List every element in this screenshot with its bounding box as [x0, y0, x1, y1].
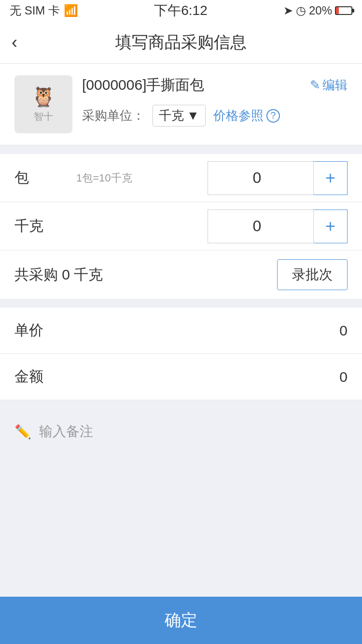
unit-chevron-icon: ▼	[187, 108, 199, 123]
edit-icon: ✎	[310, 78, 320, 93]
product-image: 🦉 智十	[14, 75, 72, 133]
total-label: 共采购	[14, 266, 58, 282]
edit-button[interactable]: ✎ 编辑	[310, 77, 348, 94]
confirm-button[interactable]: 确定	[0, 597, 362, 644]
battery-percent: 20%	[309, 4, 332, 17]
unit-price-label: 单价	[14, 321, 43, 340]
unit-value: 千克	[159, 107, 184, 124]
bao-label: 包	[14, 168, 72, 188]
total-text: 共采购 0 千克	[14, 265, 103, 285]
bao-sublabel: 1包=10千克	[76, 171, 132, 185]
page-title: 填写商品采购信息	[115, 31, 247, 54]
total-unit: 千克	[74, 266, 103, 282]
price-ref-question-icon: ?	[266, 109, 280, 123]
product-image-owl-icon: 🦉	[31, 85, 56, 108]
price-section: 单价 0 金额 0	[0, 308, 362, 400]
wifi-icon: 📶	[64, 4, 78, 17]
batch-button[interactable]: 录批次	[277, 259, 348, 290]
kg-label: 千克	[14, 216, 72, 236]
total-amount: 0	[62, 266, 70, 282]
battery-icon	[335, 6, 352, 15]
note-placeholder: 输入备注	[39, 422, 93, 441]
no-sim-text: 无 SIM 卡	[10, 3, 60, 18]
amount-value: 0	[339, 369, 348, 385]
bao-input-row: 包 1包=10千克 +	[0, 154, 362, 202]
back-button[interactable]: ‹	[12, 32, 17, 53]
pencil-icon: ✏️	[14, 424, 31, 440]
amount-label: 金额	[14, 367, 43, 387]
total-row: 共采购 0 千克 录批次	[0, 251, 362, 299]
status-time: 下午6:12	[154, 1, 208, 20]
product-card: 🦉 智十 [0000006]手撕面包 ✎ 编辑 采购单位： 千克 ▼ 价格参照 …	[0, 64, 362, 145]
status-left: 无 SIM 卡 📶	[10, 3, 78, 18]
kg-plus-button[interactable]: +	[314, 210, 348, 243]
unit-price-value: 0	[339, 322, 348, 339]
amount-row: 金额 0	[0, 354, 362, 400]
unit-select[interactable]: 千克 ▼	[153, 105, 206, 126]
product-info: [0000006]手撕面包 ✎ 编辑 采购单位： 千克 ▼ 价格参照 ?	[82, 75, 348, 126]
unit-label: 采购单位：	[82, 107, 145, 124]
product-name: [0000006]手撕面包	[82, 75, 204, 95]
product-image-logo: 智十	[34, 110, 53, 123]
product-name-row: [0000006]手撕面包 ✎ 编辑	[82, 75, 348, 95]
bao-input-right: +	[208, 161, 348, 195]
section-divider-1	[0, 145, 362, 154]
battery-fill	[336, 7, 339, 14]
status-right: ➤ ◷ 20%	[283, 4, 352, 17]
header: ‹ 填写商品采购信息	[0, 21, 362, 64]
purchase-unit-row: 采购单位： 千克 ▼ 价格参照 ?	[82, 105, 348, 126]
bao-plus-button[interactable]: +	[314, 161, 348, 195]
input-section: 包 1包=10千克 + 千克 + 共采购 0 千克 录批次	[0, 154, 362, 299]
unit-price-row: 单价 0	[0, 308, 362, 354]
status-bar: 无 SIM 卡 📶 下午6:12 ➤ ◷ 20%	[0, 0, 362, 21]
alarm-icon: ◷	[296, 4, 306, 17]
kg-input-right: +	[208, 210, 348, 243]
price-ref-label: 价格参照	[213, 107, 264, 124]
price-reference-button[interactable]: 价格参照 ?	[213, 107, 280, 124]
kg-input-row: 千克 +	[0, 202, 362, 251]
section-divider-2	[0, 299, 362, 308]
location-icon: ➤	[283, 4, 293, 17]
content-spacer	[0, 454, 362, 599]
section-divider-3	[0, 400, 362, 409]
kg-input[interactable]	[208, 210, 314, 243]
note-section[interactable]: ✏️ 输入备注	[0, 409, 362, 454]
edit-label: 编辑	[322, 77, 348, 94]
bao-input[interactable]	[208, 161, 314, 195]
main-content: 🦉 智十 [0000006]手撕面包 ✎ 编辑 采购单位： 千克 ▼ 价格参照 …	[0, 64, 362, 644]
